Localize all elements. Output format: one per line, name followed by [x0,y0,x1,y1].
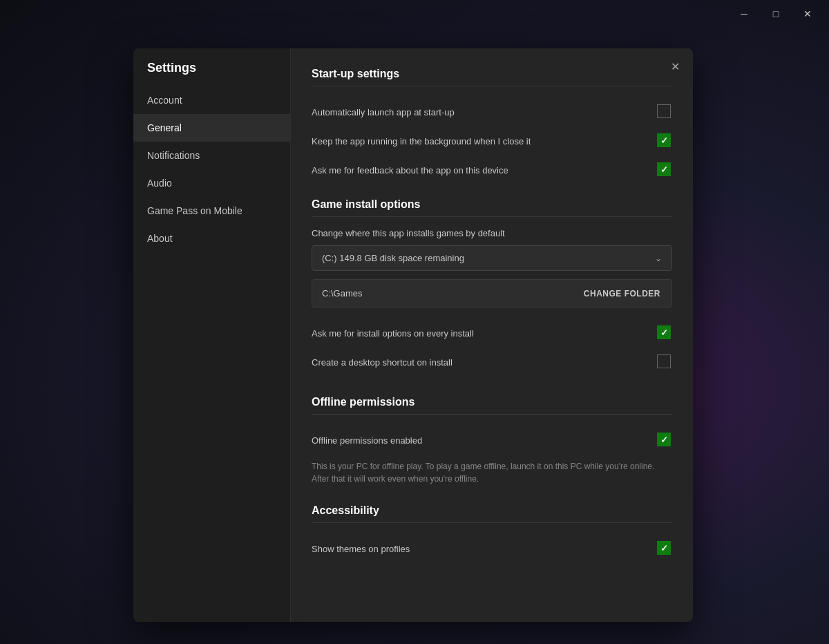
offline-permissions-label: Offline permissions enabled [312,435,657,446]
offline-section-heading: Offline permissions [312,396,672,408]
sidebar-item-about[interactable]: About [133,225,290,252]
desktop-shortcut-row: Create a desktop shortcut on install [312,348,672,377]
change-folder-button[interactable]: CHANGE FOLDER [573,281,671,307]
game-install-divider [312,216,672,217]
sidebar-item-notifications[interactable]: Notifications [133,142,290,169]
offline-permissions-checkbox[interactable]: ✓ [657,433,672,448]
dialog-close-button[interactable]: ✕ [664,55,686,77]
settings-sidebar: Settings Account General Notifications A… [133,48,291,622]
startup-divider [312,86,672,86]
sidebar-item-general[interactable]: General [133,114,290,142]
sidebar-item-game-pass-mobile[interactable]: Game Pass on Mobile [133,197,290,225]
startup-launch-row: Automatically launch app at start-up [312,97,672,126]
checkbox-checked-icon: ✓ [657,433,671,446]
show-themes-label: Show themes on profiles [312,544,657,554]
offline-divider [312,414,672,415]
window-close-button[interactable]: ✕ [792,3,823,25]
checkbox-unchecked-icon [657,104,671,118]
install-options-checkbox[interactable]: ✓ [657,325,672,341]
startup-launch-checkbox[interactable] [657,104,672,120]
folder-row: C:\Games CHANGE FOLDER [312,279,672,307]
show-themes-row: Show themes on profiles ✓ [312,534,672,563]
keep-running-row: Keep the app running in the background w… [312,126,672,155]
install-options-label: Ask me for install options on every inst… [312,328,657,339]
install-options-row: Ask me for install options on every inst… [312,319,672,348]
maximize-button[interactable]: □ [760,3,792,25]
feedback-checkbox[interactable]: ✓ [657,162,672,178]
minimize-button[interactable]: ─ [728,3,760,25]
accessibility-divider [312,522,672,523]
change-location-label: Change where this app installs games by … [312,228,672,238]
feedback-row: Ask me for feedback about the app on thi… [312,155,672,184]
settings-dialog: Settings Account General Notifications A… [133,48,693,622]
game-install-section-heading: Game install options [312,198,672,211]
chevron-down-icon: ⌄ [655,254,662,263]
checkbox-checked-icon: ✓ [657,325,671,339]
accessibility-section-heading: Accessibility [312,504,672,517]
checkbox-checked-icon: ✓ [657,541,671,555]
checkbox-unchecked-icon [657,354,671,368]
offline-permissions-row: Offline permissions enabled ✓ [312,426,672,455]
show-themes-checkbox[interactable]: ✓ [657,541,672,556]
desktop-shortcut-label: Create a desktop shortcut on install [312,357,657,368]
dropdown-value: (C:) 149.8 GB disk space remaining [322,253,464,263]
sidebar-title: Settings [133,48,290,86]
window-chrome: ─ □ ✕ [0,0,829,28]
keep-running-label: Keep the app running in the background w… [312,136,657,146]
sidebar-item-audio[interactable]: Audio [133,169,290,197]
offline-description: This is your PC for offline play. To pla… [312,455,672,493]
feedback-label: Ask me for feedback about the app on thi… [312,165,657,176]
checkbox-checked-icon: ✓ [657,133,671,147]
keep-running-checkbox[interactable]: ✓ [657,133,672,149]
checkbox-checked-icon: ✓ [657,162,671,176]
desktop-shortcut-checkbox[interactable] [657,354,672,370]
sidebar-item-account[interactable]: Account [133,86,290,114]
folder-path-value: C:\Games [312,280,573,307]
startup-section-heading: Start-up settings [312,68,672,80]
settings-content: ✕ Start-up settings Automatically launch… [291,48,693,622]
startup-launch-label: Automatically launch app at start-up [312,107,657,117]
disk-space-dropdown[interactable]: (C:) 149.8 GB disk space remaining ⌄ [312,245,672,271]
